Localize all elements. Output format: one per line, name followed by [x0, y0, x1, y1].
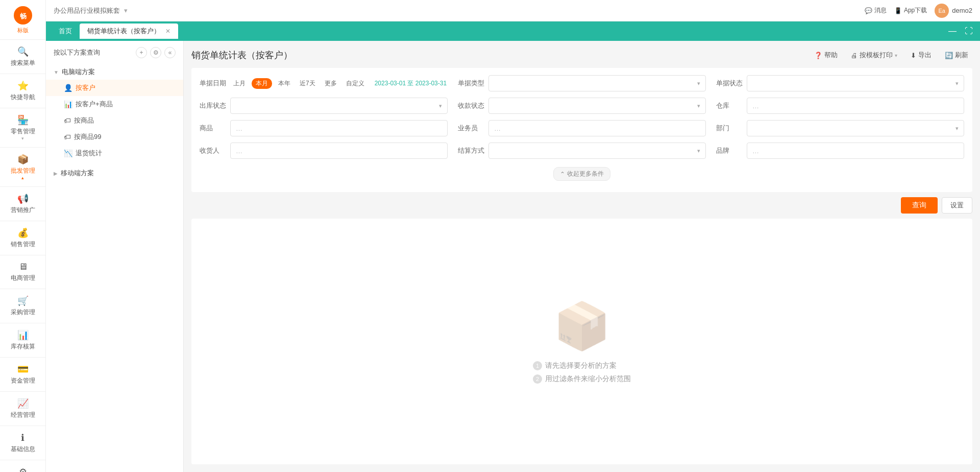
sidebar-item-search-label: 搜索菜单 — [11, 59, 35, 67]
export-icon: ⬇ — [911, 52, 916, 59]
logo-text: 标版 — [17, 27, 29, 34]
pc-plan-arrow: ▼ — [54, 69, 59, 75]
doc-type-filter: 单据类型 ▾ — [458, 75, 706, 91]
settlement-input[interactable]: ▾ — [488, 143, 706, 159]
date-filter: 单据日期 上月 本月 本年 近7天 更多 自定义 2023-03-01 至 20… — [200, 78, 448, 89]
app-download-button[interactable]: 📱 App下载 — [894, 6, 927, 15]
department-input[interactable]: ▾ — [747, 120, 964, 136]
brand-input[interactable]: … — [747, 143, 964, 159]
collapse-chevron-icon: ⌃ — [560, 171, 565, 178]
mobile-plan-label: 移动端方案 — [61, 169, 94, 178]
date-range: 2023-03-01 至 2023-03-31 — [375, 79, 447, 88]
sidebar-item-purchase[interactable]: 🛒 采购管理 — [0, 289, 45, 323]
tab-home[interactable]: 首页 — [51, 23, 80, 39]
sidebar-item-finance[interactable]: 💳 资金管理 — [0, 358, 45, 392]
app-title-arrow[interactable]: ▾ — [124, 7, 128, 14]
sales-icon: 💰 — [17, 227, 29, 239]
tip-num-1: 1 — [533, 361, 542, 370]
plan-item-by-customer-label: 按客户 — [76, 83, 95, 92]
print-button[interactable]: 🖨 按模板打印 ▾ — [847, 49, 901, 62]
download-icon: 📱 — [894, 7, 902, 14]
doc-status-label: 单据状态 — [716, 79, 743, 88]
sidebar-item-system[interactable]: ⚙ 系统管理 — [0, 460, 45, 472]
sidebar-item-marketing[interactable]: 📢 营销推广 — [0, 187, 45, 221]
sidebar-item-inventory[interactable]: 📊 库存核算 — [0, 323, 45, 358]
consignee-input[interactable]: … — [230, 143, 448, 159]
sidebar-item-basics[interactable]: ℹ 基础信息 — [0, 426, 45, 460]
plan-item-by-customer[interactable]: 👤 按客户 — [46, 80, 183, 96]
user-initials: Ea — [939, 8, 945, 14]
doc-status-input[interactable]: ▾ — [747, 75, 964, 91]
date-tab-custom[interactable]: 自定义 — [343, 78, 368, 89]
sidebar-item-operations[interactable]: 📈 经营管理 — [0, 392, 45, 426]
doc-type-input[interactable]: ▾ — [488, 75, 706, 91]
tab-minimize-button[interactable]: — — [946, 25, 959, 38]
sidebar-item-sales[interactable]: 💰 销售管理 — [0, 221, 45, 255]
sidebar-item-search[interactable]: 🔍 搜索菜单 — [0, 40, 45, 74]
plan-item-by-goods99[interactable]: 🏷 按商品99 — [46, 129, 183, 145]
pc-plan-group-title[interactable]: ▼ 电脑端方案 — [46, 64, 183, 80]
tab-sales-stats[interactable]: 销货单统计表（按客户） ✕ — [80, 23, 178, 39]
goods-label: 商品 — [200, 124, 226, 133]
plan-item-by-goods[interactable]: 🏷 按商品 — [46, 112, 183, 129]
wholesale-icon: 📦 — [17, 154, 29, 165]
date-tab-7days[interactable]: 近7天 — [297, 78, 318, 89]
refresh-button[interactable]: 🔄 刷新 — [941, 49, 972, 62]
return-icon: 📉 — [64, 149, 72, 157]
collapse-panel-button[interactable]: « — [164, 47, 176, 58]
goods99-icon: 🏷 — [64, 133, 71, 141]
salesperson-input[interactable]: … — [488, 120, 706, 136]
help-button[interactable]: ❓ 帮助 — [810, 49, 842, 62]
date-tab-lastmonth[interactable]: 上月 — [230, 78, 249, 89]
plan-item-by-customer-goods[interactable]: 📊 按客户+商品 — [46, 96, 183, 112]
mobile-plan-group-title[interactable]: ▶ 移动端方案 — [46, 166, 183, 181]
customer-goods-icon: 📊 — [64, 100, 72, 108]
settings-plan-button[interactable]: ⚙ — [150, 47, 161, 58]
user-avatar: Ea — [935, 4, 949, 18]
add-plan-button[interactable]: + — [136, 47, 147, 58]
sidebar-item-quicknav[interactable]: ⭐ 快捷导航 — [0, 74, 45, 108]
plan-item-return-stats[interactable]: 📉 退货统计 — [46, 145, 183, 161]
logo-icon: 畅 — [13, 5, 33, 26]
sidebar-item-ecommerce[interactable]: 🖥 电商管理 — [0, 255, 45, 289]
query-button[interactable]: 查询 — [901, 197, 938, 214]
sidebar-logo[interactable]: 畅 标版 — [0, 0, 45, 40]
goods-input[interactable]: … — [230, 120, 448, 136]
date-tab-thismonth[interactable]: 本月 — [252, 78, 272, 89]
add-icon: + — [139, 49, 143, 56]
sidebar-item-retail[interactable]: 🏪 零售管理 ▾ — [0, 108, 45, 148]
tab-maximize-button[interactable]: ⛶ — [963, 25, 975, 38]
tab-bar-actions: — ⛶ — [946, 25, 975, 38]
collapse-label: 收起更多条件 — [567, 170, 604, 178]
app-title: 办公用品行业模拟账套 — [54, 6, 120, 15]
out-status-input[interactable]: ▾ — [230, 98, 448, 114]
warehouse-label: 仓库 — [716, 101, 743, 110]
left-panel-header: 按以下方案查询 + ⚙ « — [46, 41, 183, 62]
page-header: 销货单统计表（按客户） ❓ 帮助 🖨 按模板打印 ▾ ⬇ 导出 — [191, 49, 972, 62]
user-menu[interactable]: Ea demo2 — [935, 4, 972, 18]
basics-icon: ℹ — [21, 432, 24, 443]
doc-type-arrow: ▾ — [697, 80, 700, 87]
export-button[interactable]: ⬇ 导出 — [906, 49, 936, 62]
tab-close-icon[interactable]: ✕ — [165, 28, 170, 35]
sidebar-item-ecommerce-label: 电商管理 — [11, 274, 35, 282]
department-label: 部门 — [716, 124, 743, 133]
settings-button[interactable]: 设置 — [942, 197, 972, 214]
warehouse-input[interactable]: … — [747, 98, 964, 114]
department-filter: 部门 ▾ — [716, 120, 964, 136]
left-panel-title: 按以下方案查询 — [54, 48, 100, 57]
marketing-icon: 📢 — [17, 193, 29, 204]
right-panel: 销货单统计表（按客户） ❓ 帮助 🖨 按模板打印 ▾ ⬇ 导出 — [184, 41, 980, 472]
top-nav: 办公用品行业模拟账套 ▾ 💬 消息 📱 App下载 Ea demo2 — [46, 0, 980, 21]
retail-icon: 🏪 — [17, 114, 29, 126]
collapse-button[interactable]: ⌃ 收起更多条件 — [553, 167, 610, 181]
help-icon: ❓ — [814, 52, 822, 59]
date-tab-more[interactable]: 更多 — [322, 78, 340, 89]
sidebar-item-wholesale[interactable]: 📦 批发管理 ▴ — [0, 148, 45, 187]
plan-item-by-goods99-label: 按商品99 — [74, 132, 101, 141]
message-button[interactable]: 💬 消息 — [865, 6, 887, 15]
top-nav-left: 办公用品行业模拟账套 ▾ — [54, 6, 128, 15]
payment-status-input[interactable]: ▾ — [488, 98, 706, 114]
inventory-icon: 📊 — [17, 329, 29, 341]
date-tab-thisyear[interactable]: 本年 — [275, 78, 293, 89]
